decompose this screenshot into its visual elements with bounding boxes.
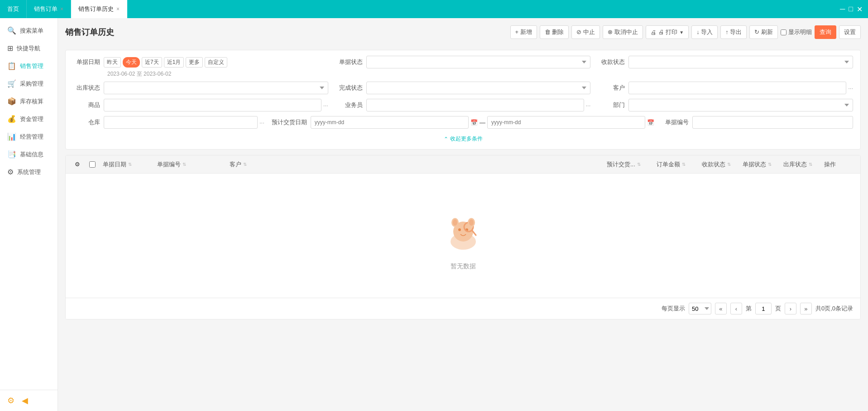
order-status-select[interactable] [366,56,591,68]
last-page-button[interactable]: » [800,303,812,314]
th-date[interactable]: 单据日期 ⇅ [99,160,153,169]
maximize-icon[interactable]: □ [849,5,853,13]
refresh-button[interactable]: ↻ 刷新 [749,25,778,39]
sidebar-item-inventory[interactable]: 📦 库存核算 [0,92,58,110]
complete-status-select[interactable] [366,82,591,94]
order-status-label: 单据状态 [336,58,363,66]
collapse-label: 收起更多条件 [450,135,483,143]
collapse-up-icon: ⌃ [444,136,448,142]
settings-button[interactable]: 设置 [839,25,861,39]
svg-point-2 [458,228,461,231]
sort-status-icon: ⇅ [768,162,772,167]
date-btn-yesterday[interactable]: 昨天 [104,57,121,68]
th-settings[interactable]: ⚙ [69,161,86,168]
tab-sales-order-close[interactable]: × [60,6,63,12]
content-area: 销售订单历史 + 新增 🗑 删除 ⊘ 中止 ⊗ 取消中止 🖨 🖨 打印 ▼ ↓ … [58,18,868,411]
th-date-label: 单据日期 [103,160,126,169]
order-no-label: 单据编号 [662,118,689,126]
sidebar-item-sales[interactable]: 📋 销售管理 [0,57,58,75]
calendar-to-icon[interactable]: 📅 [647,119,654,126]
filter-dept: 部门 [598,99,853,111]
product-input[interactable] [104,99,321,111]
th-out-stock-status[interactable]: 出库状态 ⇅ [780,160,820,169]
sidebar-item-system-label: 系统管理 [17,168,41,176]
close-window-icon[interactable]: ✕ [857,5,863,14]
th-sno[interactable]: 单据编号 ⇅ [153,160,226,169]
th-customer[interactable]: 客户 ⇅ [226,160,603,169]
th-delivery[interactable]: 预计交货... ⇅ [603,160,653,169]
date-btn-custom[interactable]: 自定义 [205,57,227,68]
tab-sales-order-history[interactable]: 销售订单历史 × [71,0,127,18]
toolbar: + 新增 🗑 删除 ⊘ 中止 ⊗ 取消中止 🖨 🖨 打印 ▼ ↓ 导入 ↑ 导出… [510,25,861,39]
date-range-buttons: 昨天 今天 近7天 近1月 更多 自定义 [104,57,227,68]
page-size-select[interactable]: 50 10 20 100 [689,303,711,314]
settings-bottom-icon[interactable]: ⚙ [7,396,14,406]
minimize-icon[interactable]: ─ [840,5,845,13]
sidebar-item-operations[interactable]: 📊 经营管理 [0,128,58,145]
sidebar-item-base[interactable]: 📑 基础信息 [0,145,58,163]
receipt-status-control [628,56,853,68]
select-all-checkbox[interactable] [89,161,96,168]
dept-select[interactable] [628,99,853,111]
filter-warehouse: 仓库 ··· [73,116,264,129]
sidebar-item-quick-nav[interactable]: ⊞ 快捷导航 [0,39,58,57]
delivery-date-to[interactable] [487,116,645,129]
export-button[interactable]: ↑ 导出 [720,25,747,39]
sort-date-icon: ⇅ [128,162,132,167]
sidebar-item-system[interactable]: ⚙ 系统管理 [0,163,58,181]
sidebar-item-finance-label: 资金管理 [20,115,43,123]
order-no-control [692,116,853,129]
tab-sales-order-history-close[interactable]: × [116,6,120,12]
tab-home[interactable]: 首页 [0,0,27,18]
warehouse-input[interactable] [104,116,258,129]
th-order-status[interactable]: 单据状态 ⇅ [739,160,780,169]
date-btn-more[interactable]: 更多 [186,57,203,68]
display-cols-toggle[interactable]: 显示明细 [781,28,812,36]
pagination-bar: 每页显示 50 10 20 100 « ‹ 第 页 › » 共0页,0条记录 [66,298,860,319]
receipt-status-select[interactable] [628,56,853,68]
date-btn-today[interactable]: 今天 [123,57,140,68]
collapse-bar[interactable]: ⌃ 收起更多条件 [73,133,853,144]
sidebar-item-finance[interactable]: 💰 资金管理 [0,110,58,128]
import-button[interactable]: ↓ 导入 [691,25,718,39]
filter-order-no: 单据编号 [662,116,853,129]
th-receipt-status[interactable]: 收款状态 ⇅ [698,160,739,169]
total-records-text: 共0页,0条记录 [815,305,853,313]
query-button[interactable]: 查询 [815,25,836,39]
new-button[interactable]: + 新增 [510,25,537,39]
salesperson-input[interactable] [366,99,584,111]
print-button[interactable]: 🖨 🖨 打印 ▼ [646,25,689,39]
filter-row-3: 商品 ··· 业务员 ··· 部门 [73,99,853,111]
sales-icon: 📋 [7,62,16,70]
product-picker-icon[interactable]: ··· [323,102,328,109]
svg-point-8 [453,219,457,226]
column-settings-icon[interactable]: ⚙ [75,161,80,168]
tab-sales-order[interactable]: 销售订单 × [27,0,71,18]
date-btn-1month[interactable]: 近1月 [164,57,184,68]
first-page-button[interactable]: « [715,303,727,314]
salesperson-label: 业务员 [336,101,363,109]
sidebar-item-purchase[interactable]: 🛒 采购管理 [0,75,58,92]
sidebar-item-search[interactable]: 🔍 搜索菜单 [0,22,58,39]
delivery-date-from[interactable] [311,116,469,129]
calendar-from-icon[interactable]: 📅 [470,119,478,126]
cancel-stop-button[interactable]: ⊗ 取消中止 [603,25,643,39]
th-amount[interactable]: 订单金额 ⇅ [653,160,698,169]
customer-picker-icon[interactable]: ··· [848,85,853,92]
warehouse-picker-icon[interactable]: ··· [259,119,264,126]
out-stock-status-select[interactable] [104,82,328,94]
display-cols-checkbox[interactable] [781,29,786,35]
customer-label: 客户 [598,84,625,92]
collapse-sidebar-icon[interactable]: ◀ [22,396,28,406]
order-no-input[interactable] [692,116,853,129]
sort-receipt-icon: ⇅ [727,162,731,167]
next-page-button[interactable]: › [785,303,796,314]
th-select-all[interactable] [86,161,99,168]
prev-page-button[interactable]: ‹ [730,303,742,314]
delete-button[interactable]: 🗑 删除 [540,25,569,39]
current-page-input[interactable] [755,303,772,314]
date-btn-7days[interactable]: 近7天 [142,57,162,68]
customer-input[interactable] [628,82,846,94]
stop-button[interactable]: ⊘ 中止 [571,25,600,39]
salesperson-picker-icon[interactable]: ··· [586,102,591,109]
